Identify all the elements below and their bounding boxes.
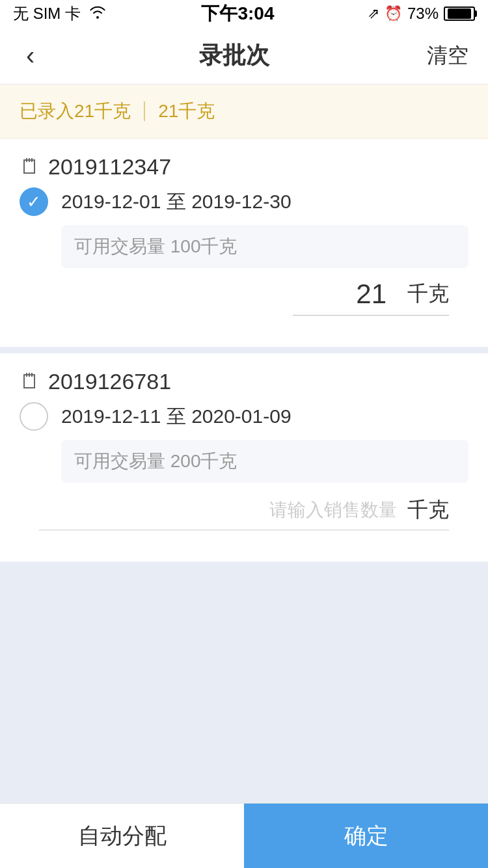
- clear-button[interactable]: 清空: [427, 42, 468, 70]
- input-unit-2: 千克: [407, 496, 449, 524]
- status-time: 下午3:04: [201, 1, 274, 26]
- filler-area: [0, 562, 488, 809]
- info-banner: 已录入21千克 21千克: [0, 85, 488, 139]
- quantity-wrapper-1: 21 千克: [20, 268, 468, 331]
- battery-percent: 73%: [407, 5, 439, 23]
- status-left: 无 SIM 卡: [13, 3, 108, 24]
- total-label: 21千克: [158, 99, 215, 124]
- location-icon: ⇗: [368, 5, 379, 22]
- batch-volume-1: 可用交易量 100千克: [61, 225, 468, 268]
- batch-item-1: 🗒 2019112347 ✓ 2019-12-01 至 2019-12-30 可…: [0, 139, 488, 347]
- section-separator: [0, 347, 488, 353]
- batch-id-2: 2019126781: [48, 369, 171, 394]
- recorded-label: 已录入21千克: [20, 99, 131, 124]
- alarm-icon: ⏰: [385, 5, 402, 22]
- batch-icon-1: 🗒: [20, 155, 40, 179]
- input-placeholder-2[interactable]: 请输入销售数量: [269, 498, 397, 522]
- batch-date-1: 2019-12-01 至 2019-12-30: [61, 189, 291, 215]
- batch-id-1: 2019112347: [48, 154, 171, 180]
- nav-bar: ‹ 录批次 清空: [0, 27, 488, 85]
- quantity-underline-1: [293, 315, 449, 316]
- quantity-value-1[interactable]: 21: [356, 278, 386, 310]
- back-button[interactable]: ‹: [20, 34, 41, 77]
- input-container-2: 请输入销售数量 千克: [20, 483, 468, 546]
- batch-volume-2: 可用交易量 200千克: [61, 440, 468, 483]
- bottom-bar: 自动分配 确定: [0, 803, 488, 868]
- radio-unchecked-2[interactable]: [20, 402, 48, 431]
- battery-icon: [444, 7, 475, 21]
- status-bar: 无 SIM 卡 下午3:04 ⇗ ⏰ 73%: [0, 0, 488, 27]
- batch-header-1: 🗒 2019112347: [20, 154, 468, 180]
- batch-icon-2: 🗒: [20, 370, 40, 394]
- confirm-button[interactable]: 确定: [244, 804, 488, 868]
- page-title: 录批次: [199, 40, 269, 72]
- wifi-icon: [87, 5, 108, 23]
- info-divider: [144, 102, 145, 121]
- status-right: ⇗ ⏰ 73%: [368, 5, 475, 23]
- check-icon-1: ✓: [27, 192, 41, 212]
- batch-date-row-1: ✓ 2019-12-01 至 2019-12-30: [20, 187, 468, 216]
- quantity-unit-1: 千克: [407, 280, 449, 308]
- batch-date-2: 2019-12-11 至 2020-01-09: [61, 403, 291, 430]
- input-row-2: 请输入销售数量 千克: [20, 483, 468, 530]
- batch-item-2: 🗒 2019126781 2019-12-11 至 2020-01-09 可用交…: [0, 353, 488, 562]
- batch-date-row-2: 2019-12-11 至 2020-01-09: [20, 402, 468, 431]
- radio-checked-1[interactable]: ✓: [20, 187, 48, 216]
- batch-header-2: 🗒 2019126781: [20, 369, 468, 394]
- quantity-line-1: 21 千克: [356, 278, 449, 310]
- auto-distribute-button[interactable]: 自动分配: [0, 804, 244, 868]
- sim-label: 无 SIM 卡: [13, 3, 81, 24]
- input-underline-2: [39, 530, 449, 530]
